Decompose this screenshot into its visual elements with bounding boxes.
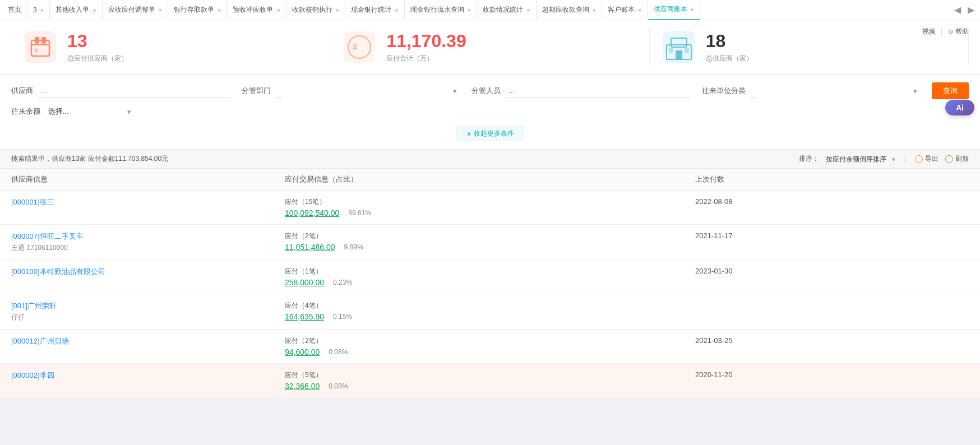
category-select[interactable] xyxy=(750,84,757,98)
nav-tab-other-income[interactable]: 其他收入单 × xyxy=(50,0,102,20)
trans-amount-link-3[interactable]: 258,000.00 xyxy=(285,278,324,287)
refresh-button[interactable]: 刷新 xyxy=(945,154,969,164)
close-customer-ledger[interactable]: × xyxy=(638,7,641,13)
stat-content-payable-suppliers: 13 总应付供应商（家） xyxy=(67,31,128,63)
trans-amount-link-4[interactable]: 164,635.90 xyxy=(285,312,324,321)
supplier-cell-2: [000007]恒旺二手叉车 王通 17106110000 xyxy=(11,231,285,253)
total-suppliers-label: 总供应商（家） xyxy=(706,54,753,63)
nav-prev-arrow[interactable]: ◀ xyxy=(951,4,964,15)
result-bar: 搜索结果中，供应商13家 应付金额111,703,854.00元 排序： 按应付… xyxy=(0,150,980,169)
total-supplier-icon xyxy=(661,29,697,65)
close-receipt-verify[interactable]: × xyxy=(336,7,339,13)
filter-row-1: 供应商 分管部门 分管人员 往来单位分类 查询 xyxy=(11,82,969,99)
lastpay-date-1: 2022-08-08 xyxy=(695,197,733,206)
supplier-link-6[interactable]: [000002]李四 xyxy=(11,371,54,379)
supplier-filter-input[interactable] xyxy=(38,84,230,98)
trans-amount-link-6[interactable]: 32,366.00 xyxy=(285,382,320,391)
trans-amount-link-5[interactable]: 94,600.00 xyxy=(285,347,320,356)
total-suppliers-number: 18 xyxy=(706,31,753,52)
svg-rect-13 xyxy=(669,48,673,53)
collapse-button[interactable]: ∧ 收起更多条件 xyxy=(456,126,524,141)
supplier-cell-1: [000001]张三 xyxy=(11,197,285,207)
balance-select[interactable]: 选择... xyxy=(45,105,72,118)
table-row[interactable]: [000100]本特勤油品有限公司 应付（1笔） 258,000.00 0.23… xyxy=(0,260,980,294)
nav-tab-ar-ap-adjust[interactable]: 应收应付调整单 × xyxy=(103,0,168,20)
query-button[interactable]: 查询 xyxy=(932,82,969,99)
svg-text:¥: ¥ xyxy=(353,42,358,52)
actions-divider: | xyxy=(941,27,942,35)
filter-supplier: 供应商 xyxy=(11,84,230,98)
refresh-label: 刷新 xyxy=(955,154,969,164)
person-filter-input[interactable] xyxy=(505,84,691,98)
table-area: 供应商信息 应付交易信息（占比） 上次付数 [000001]张三 应付（15笔）… xyxy=(0,169,980,398)
filter-row-2: 往来余额 选择... xyxy=(11,105,969,118)
payable-total-icon: ¥ xyxy=(341,29,377,65)
supplier-link-5[interactable]: [000012]广州贝瑞 xyxy=(11,337,69,345)
close-bank-deposit[interactable]: × xyxy=(218,7,221,13)
transaction-cell-1: 应付（15笔） 100,092,540.00 89.61% xyxy=(285,197,695,217)
nav-tab-customer-ledger[interactable]: 客户账本 × xyxy=(602,0,648,20)
supplier-link-1[interactable]: [000001]张三 xyxy=(11,198,54,206)
supplier-link-4[interactable]: [001]广州荣轩 xyxy=(11,302,57,310)
dept-filter-label: 分管部门 xyxy=(242,86,271,96)
nav-next-arrow[interactable]: ▶ xyxy=(964,4,978,15)
dept-select[interactable] xyxy=(275,84,282,98)
stat-content-payable-total: 11,170.39 应付合计（万） xyxy=(386,31,466,63)
trans-label-2: 应付（2笔） xyxy=(285,231,695,241)
video-link[interactable]: 视频 xyxy=(922,27,936,35)
help-link[interactable]: ⊙ xyxy=(948,27,955,35)
stat-content-total-suppliers: 18 总供应商（家） xyxy=(706,31,753,63)
trans-amount-link-2[interactable]: 11,051,486.00 xyxy=(285,243,335,252)
supplier-link-3[interactable]: [000100]本特勤油品有限公司 xyxy=(11,267,105,276)
sort-select[interactable]: 按应付余额倒序排序 xyxy=(826,155,895,163)
nav-tab-prepay-ar[interactable]: 预收冲应收单 × xyxy=(227,0,286,20)
nav-tab-3[interactable]: 3 × xyxy=(27,0,50,20)
help-label[interactable]: 帮助 xyxy=(955,27,969,35)
supplier-sub-2: 王通 17106110000 xyxy=(11,243,285,253)
trans-label-4: 应付（4笔） xyxy=(285,301,695,310)
close-cash-bank-stats[interactable]: × xyxy=(395,7,398,13)
supplier-filter-label: 供应商 xyxy=(11,86,33,96)
trans-amount-row: 32,366.00 0.03% xyxy=(285,382,695,391)
lastpay-cell-5: 2021-03-25 xyxy=(695,336,969,345)
balance-select-wrap: 选择... xyxy=(45,105,135,118)
close-prepay-ar[interactable]: × xyxy=(276,7,280,13)
table-row[interactable]: [000012]广州贝瑞 应付（2笔） 94,600.00 0.08% 2021… xyxy=(0,330,980,364)
table-row[interactable]: [000007]恒旺二手叉车 王通 17106110000 应付（2笔） 11,… xyxy=(0,225,980,260)
close-overdue-ar[interactable]: × xyxy=(593,7,596,13)
nav-tab-receipt-stats[interactable]: 收款情况统计 × xyxy=(477,0,536,20)
stat-block-total-suppliers: 18 总供应商（家） xyxy=(650,29,969,65)
nav-tab-cash-bank-flow[interactable]: 现金银行流水查询 × xyxy=(405,0,477,20)
nav-tab-cash-bank-stats[interactable]: 现金银行统计 × xyxy=(345,0,404,20)
ai-button[interactable]: Ai xyxy=(945,100,974,115)
close-other-income[interactable]: × xyxy=(93,7,96,13)
filter-category: 往来单位分类 xyxy=(702,84,921,98)
nav-tab-home[interactable]: 首页 xyxy=(2,0,27,20)
supplier-link-2[interactable]: [000007]恒旺二手叉车 xyxy=(11,232,84,240)
trans-amount-link-1[interactable]: 100,092,540.00 xyxy=(285,208,339,217)
col-header-supplier: 供应商信息 xyxy=(11,174,285,184)
table-row-highlighted[interactable]: [000002]李四 应付（5笔） 32,366.00 0.03% 2020-1… xyxy=(0,364,980,398)
transaction-cell-3: 应付（1笔） 258,000.00 0.23% xyxy=(285,267,695,287)
trans-amount-row: 11,051,486.00 9.89% xyxy=(285,243,695,252)
nav-tab-overdue-ar[interactable]: 超期应收款查询 × xyxy=(537,0,602,20)
export-button[interactable]: 导出 xyxy=(915,154,939,164)
table-row[interactable]: [000001]张三 应付（15笔） 100,092,540.00 89.61%… xyxy=(0,191,980,225)
close-supplier-ledger[interactable]: × xyxy=(691,6,694,13)
nav-tab-receipt-verify[interactable]: 收款核销执行 × xyxy=(286,0,345,20)
close-cash-bank-flow[interactable]: × xyxy=(468,7,471,13)
person-filter-label: 分管人员 xyxy=(471,86,501,96)
nav-tab-bank-deposit[interactable]: 银行存取款单 × xyxy=(168,0,227,20)
close-receipt-stats[interactable]: × xyxy=(526,7,530,13)
category-filter-label: 往来单位分类 xyxy=(702,86,746,96)
nav-tab-supplier-ledger[interactable]: 供应商账本 × xyxy=(648,0,700,20)
category-select-wrap xyxy=(750,84,921,98)
close-ar-ap-adjust[interactable]: × xyxy=(159,7,162,13)
close-tab-3[interactable]: × xyxy=(40,7,44,13)
export-label: 导出 xyxy=(925,154,939,164)
trans-percent-2: 9.89% xyxy=(344,243,363,251)
collapse-row: ∧ 收起更多条件 xyxy=(11,124,969,143)
table-row[interactable]: [001]广州荣轩 仔仔 应付（4笔） 164,635.90 0.15% xyxy=(0,294,980,330)
transaction-cell-4: 应付（4笔） 164,635.90 0.15% xyxy=(285,301,695,321)
col-header-transaction: 应付交易信息（占比） xyxy=(285,174,695,184)
